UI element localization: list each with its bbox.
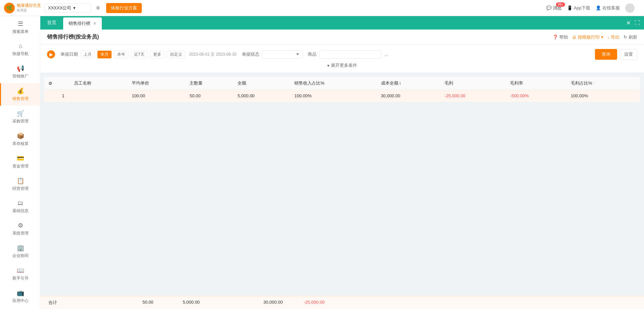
filter-row: ▶ 单据日期 上月 本月 本年 近7天 更多 自定义 2023-06-01 至 … <box>47 49 637 60</box>
col-cost: 成本全额 ℹ <box>377 77 441 90</box>
sidebar-item-label: 资金管理 <box>12 163 29 169</box>
sidebar-item-quick-nav[interactable]: ⌂ 快捷导航 <box>0 39 40 61</box>
cost-info-icon[interactable]: ℹ <box>399 81 401 85</box>
settings-icon[interactable]: ⚙ <box>93 3 103 13</box>
page-header-actions: ❓ 帮助 🖨 按模板打印 ▾ ↓ 导出 ↻ 刷新 <box>553 34 638 40</box>
app-download-button[interactable]: 📱 App下载 <box>567 5 590 11</box>
help-icon: ❓ <box>553 35 558 40</box>
col-qty: 主数量 <box>185 77 233 90</box>
table-header-row: ⚙ 员工名称 平均单价 主数量 全额 销售收入占比% 成本全额 ℹ 毛利 毛利率… <box>44 77 640 90</box>
sidebar: ☰ 搜索菜单 ⌂ 快捷导航 📢 营销推广 💰 销售管理 🛒 采购管理 📦 库存核… <box>0 16 40 309</box>
print-icon: 🖨 <box>572 35 576 40</box>
sales-icon: 💰 <box>17 87 24 95</box>
operation-icon: 📋 <box>17 177 24 185</box>
cell-cost: 30,000.00 <box>377 90 441 102</box>
top-bar: 🌿 畅康通好生意 标准版 XXXXX公司 ▾ ⚙ 体验行业方案 💬 消息 99+… <box>0 0 644 16</box>
date-btn-last-month[interactable]: 上月 <box>81 51 95 58</box>
footer-label: 合计 <box>44 300 138 306</box>
sidebar-item-label: 经营管理 <box>12 186 29 192</box>
expand-more-button[interactable]: ▾ 展开更多条件 <box>327 62 357 68</box>
service-icon: 👤 <box>596 5 601 10</box>
tab-expand-icon[interactable]: ⛶ <box>635 20 640 26</box>
online-service-button[interactable]: 👤 在线客服 <box>596 5 620 11</box>
sidebar-item-wechat[interactable]: 💬 企业微信 <box>0 308 40 309</box>
col-gross: 毛利 <box>440 77 506 90</box>
query-button[interactable]: 查询 <box>595 49 617 60</box>
refresh-button[interactable]: ↻ 刷新 <box>624 34 637 40</box>
chevron-down-icon: ▾ <box>327 63 330 68</box>
app-download-label: App下载 <box>574 5 590 11</box>
sidebar-item-inventory[interactable]: 📦 库存核算 <box>0 128 40 151</box>
expand-arrow-button[interactable]: ▶ <box>47 50 55 58</box>
sidebar-item-system[interactable]: ⚙ 系统管理 <box>0 218 40 240</box>
sidebar-item-guide[interactable]: 📖 新手引导 <box>0 263 40 285</box>
trial-button[interactable]: 体验行业方案 <box>106 3 142 13</box>
status-select[interactable] <box>262 50 302 59</box>
sort-icon[interactable]: ↕ <box>593 82 595 85</box>
message-button[interactable]: 💬 消息 99+ <box>546 5 562 11</box>
avatar[interactable] <box>625 3 635 13</box>
logo-sub: 标准版 <box>17 8 41 13</box>
filter-area: ▶ 单据日期 上月 本月 本年 近7天 更多 自定义 2023-06-01 至 … <box>40 45 644 73</box>
cell-qty: 50.00 <box>185 90 233 102</box>
tab-home[interactable]: 首页 <box>40 16 63 30</box>
cell-settings <box>44 90 56 102</box>
data-table: ⚙ 员工名称 平均单价 主数量 全额 销售收入占比% 成本全额 ℹ 毛利 毛利率… <box>44 77 640 102</box>
cell-gross: -25,000.00 <box>440 90 506 102</box>
date-btn-custom[interactable]: 自定义 <box>167 51 185 58</box>
col-settings[interactable]: ⚙ <box>44 77 56 90</box>
col-name: 员工名称 <box>70 77 128 90</box>
sidebar-item-operation[interactable]: 📋 经营管理 <box>0 173 40 196</box>
base-info-icon: 🗂 <box>17 200 24 207</box>
date-btn-this-year[interactable]: 本年 <box>114 51 128 58</box>
sidebar-item-label: 系统管理 <box>12 230 29 236</box>
table-footer: 合计 50.00 5,000.00 30,000.00 -25,000.00 <box>40 296 644 309</box>
message-icon: 💬 <box>546 5 552 10</box>
sidebar-item-purchase[interactable]: 🛒 采购管理 <box>0 106 40 128</box>
sidebar-item-base-info[interactable]: 🗂 基础信息 <box>0 196 40 218</box>
sidebar-item-label: 采购管理 <box>12 118 29 124</box>
sidebar-item-sales[interactable]: 💰 销售管理 <box>0 83 40 106</box>
template-print-button[interactable]: 🖨 按模板打印 ▾ <box>572 34 603 40</box>
sidebar-item-enterprise[interactable]: 🏢 企业协同 <box>0 240 40 263</box>
date-btn-more[interactable]: 更多 <box>150 51 164 58</box>
online-service-label: 在线客服 <box>602 5 620 11</box>
col-rank <box>56 77 70 90</box>
sidebar-item-search-order[interactable]: ☰ 搜索菜单 <box>0 16 40 39</box>
cell-gross-rate: -500.00% <box>506 90 567 102</box>
col-sales-ratio: 销售收入占比% <box>290 77 377 90</box>
sidebar-item-label: 应用中心 <box>12 298 29 304</box>
help-button[interactable]: ❓ 帮助 <box>553 34 568 40</box>
refresh-icon: ↻ <box>624 35 627 40</box>
export-button[interactable]: ↓ 导出 <box>607 34 620 40</box>
tab-close-window-icon[interactable]: ✕ <box>626 20 631 26</box>
date-filter-group: 单据日期 上月 本月 本年 近7天 更多 自定义 2023-06-01 至 20… <box>60 51 237 58</box>
guide-icon: 📖 <box>17 267 24 274</box>
content-area: 首页 销售排行榜 ✕ ✕ ⛶ 销售排行榜(按业务员) ❓ 帮助 <box>40 16 644 309</box>
tab-close-icon[interactable]: ✕ <box>93 21 96 26</box>
sidebar-item-finance[interactable]: 💳 资金管理 <box>0 151 40 173</box>
cell-avg-price: 100.00 <box>128 90 185 102</box>
status-label: 单据状态 <box>242 51 259 57</box>
date-range: 2023-06-01 至 2023-06-30 <box>189 52 237 57</box>
sidebar-item-label: 搜索菜单 <box>12 29 29 35</box>
date-btn-this-month[interactable]: 本月 <box>97 51 112 58</box>
tab-sales-ranking[interactable]: 销售排行榜 ✕ <box>63 17 102 30</box>
goods-input[interactable] <box>319 50 382 59</box>
expand-more-label: 展开更多条件 <box>331 62 357 68</box>
search-order-icon: ☰ <box>18 20 23 28</box>
filter-settings-button[interactable]: 设置 <box>620 49 637 60</box>
sidebar-item-label: 基础信息 <box>12 208 29 214</box>
app-icon: 📱 <box>567 5 572 10</box>
company-selector[interactable]: XXXXX公司 ▾ <box>44 3 91 13</box>
sidebar-item-app-center[interactable]: 📺 应用中心 <box>0 285 40 308</box>
date-btn-7days[interactable]: 近7天 <box>131 51 147 58</box>
sidebar-item-marketing[interactable]: 📢 营销推广 <box>0 61 40 83</box>
page-content: 销售排行榜(按业务员) ❓ 帮助 🖨 按模板打印 ▾ ↓ 导出 <box>40 30 644 309</box>
page-title: 销售排行榜(按业务员) <box>47 34 99 41</box>
col-avg-price: 平均单价 <box>128 77 185 90</box>
logo-text: 畅康通好生意 <box>17 3 41 8</box>
sidebar-item-label: 快捷导航 <box>12 51 29 57</box>
sidebar-item-label: 营销推广 <box>12 73 29 79</box>
goods-more[interactable]: ... <box>384 52 388 57</box>
